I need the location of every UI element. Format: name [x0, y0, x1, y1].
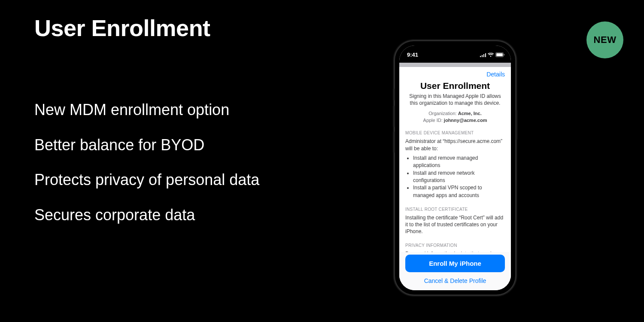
bullet-item: Secures corporate data — [34, 207, 259, 224]
bullet-item: Protects privacy of personal data — [34, 171, 259, 188]
sheet-header: Details — [399, 67, 511, 78]
svg-rect-1 — [496, 53, 503, 56]
bullet-item: Better balance for BYOD — [34, 137, 259, 154]
enrollment-title: User Enrollment — [405, 81, 505, 91]
mdm-section-label: MOBILE DEVICE MANAGEMENT — [405, 131, 505, 135]
privacy-section-label: PRIVACY INFORMATION — [405, 243, 505, 248]
cellular-icon — [480, 53, 486, 57]
list-item: Install and remove managed applications — [413, 155, 505, 170]
details-link[interactable]: Details — [486, 71, 505, 78]
appleid-value: johnny@acme.com — [444, 118, 487, 123]
battery-icon — [495, 52, 505, 57]
slide-title: User Enrollment — [34, 15, 210, 41]
phone-screen: 9:41 Details User Enrollment Signin — [399, 46, 511, 290]
sheet-footer: Enroll My iPhone Cancel & Delete Profile — [399, 252, 511, 290]
appleid-line: Apple ID: johnny@acme.com — [405, 118, 505, 123]
cancel-delete-button[interactable]: Cancel & Delete Profile — [405, 277, 505, 286]
svg-rect-2 — [504, 54, 505, 56]
slide-bullets: New MDM enrollment option Better balance… — [34, 101, 259, 241]
status-time: 9:41 — [407, 52, 418, 58]
new-badge: NEW — [586, 21, 623, 58]
phone-side-button — [393, 131, 395, 153]
list-item: Install and remove network configuration… — [413, 170, 505, 185]
phone-side-button — [393, 106, 395, 127]
sheet-body: User Enrollment Signing in this Managed … — [399, 78, 511, 252]
organization-value: Acme, Inc. — [458, 111, 482, 116]
sheet-backdrop — [399, 63, 511, 67]
cert-section-label: INSTALL ROOT CERTIFICATE — [405, 207, 505, 212]
enrollment-sheet: Details User Enrollment Signing in this … — [399, 67, 511, 290]
enrollment-subtitle: Signing in this Managed Apple ID allows … — [405, 93, 505, 106]
wifi-icon — [488, 53, 494, 57]
phone-side-button — [393, 88, 395, 100]
appleid-label: Apple ID: — [423, 118, 443, 123]
bullet-item: New MDM enrollment option — [34, 101, 259, 118]
phone-mockup: 9:41 Details User Enrollment Signin — [395, 41, 515, 295]
status-icons — [480, 52, 505, 57]
organization-line: Organization: Acme, Inc. — [405, 111, 505, 116]
list-item: Install a partial VPN scoped to managed … — [413, 184, 505, 199]
mdm-capabilities-list: Install and remove managed applications … — [405, 155, 505, 199]
cert-text: Installing the certificate “Root Cert” w… — [405, 214, 505, 235]
phone-side-button — [516, 110, 517, 140]
phone-notch — [425, 41, 485, 52]
organization-label: Organization: — [428, 111, 456, 116]
enroll-button[interactable]: Enroll My iPhone — [405, 255, 505, 272]
mdm-intro-text: Administrator at “https://secure.acme.co… — [405, 138, 505, 152]
